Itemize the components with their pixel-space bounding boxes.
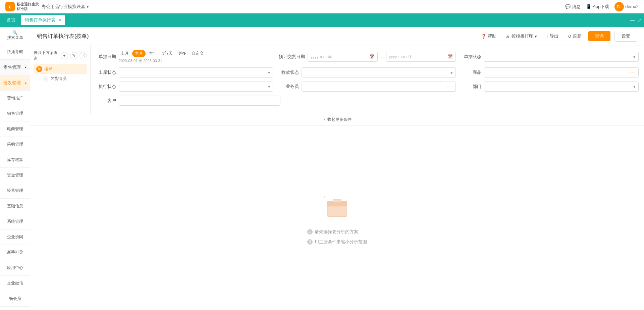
sidebar-item-basic[interactable]: 基础信息: [0, 199, 30, 214]
export-button[interactable]: ↑ 导出: [544, 32, 561, 41]
sidebar-item-wechat[interactable]: 企业微信: [0, 276, 30, 291]
date-tab-custom[interactable]: 自定义: [190, 50, 206, 57]
scheme-item-by-order[interactable]: 单 按单: [34, 64, 87, 74]
svg-text:✦: ✦: [323, 195, 326, 199]
exec-status-label: 执行状态: [96, 84, 116, 90]
dept-select[interactable]: ▾: [484, 82, 639, 92]
date-label: 单据日期: [96, 54, 116, 60]
help-button[interactable]: ❓ 帮助: [478, 32, 499, 41]
filter-row-2: 出库状态 ▾ 收款状态 ▾: [96, 67, 639, 78]
avatar: Ea: [614, 2, 624, 11]
minimize-icon[interactable]: —: [630, 17, 635, 23]
sidebar-item-inventory[interactable]: 库存核算: [0, 152, 30, 168]
scheme-icon: 单: [36, 66, 42, 72]
sidebar-item-operations[interactable]: 经营管理: [0, 183, 30, 199]
tab-close-icon[interactable]: ×: [59, 18, 61, 22]
filter-scheme-title: 按以下方案查询 + ✎ 《: [34, 50, 87, 61]
sidebar-item-retail[interactable]: 零售管理 ▾: [0, 60, 30, 75]
customer-label: 客户: [96, 98, 116, 104]
filter-panel: 按以下方案查询 + ✎ 《 单 按单 ⊙ 欠货情况: [30, 46, 644, 125]
scheme-sub-backorder[interactable]: ⊙ 欠货情况: [34, 74, 87, 83]
sidebar-item-sales[interactable]: 销售管理: [0, 106, 30, 121]
filter-out-status: 出库状态 ▾: [96, 67, 273, 78]
sidebar-item-enterprise[interactable]: 企业协同: [0, 229, 30, 245]
edit-scheme-button[interactable]: ✎: [70, 52, 77, 59]
salesperson-select[interactable]: ···: [302, 82, 456, 92]
content-area: 销售订单执行表(按单) ❓ 帮助 🖨 按模板打印 ▾ ↑ 导出 ↺ 刷新: [30, 27, 644, 310]
settings-button[interactable]: 设置: [614, 31, 637, 42]
svg-text:✦: ✦: [347, 194, 349, 198]
logo-text: 畅捷通好生意 标准版: [17, 2, 39, 11]
maximize-icon[interactable]: ⤢: [637, 17, 641, 23]
refresh-icon: ↺: [568, 34, 572, 39]
tab-sales-order-exec[interactable]: 销售订单执行表 ×: [21, 15, 65, 25]
sidebar-item-ecom[interactable]: 电商管理: [0, 121, 30, 137]
tab-bar: 首页 销售订单执行表 × — ⤢: [0, 13, 644, 27]
dept-label: 部门: [461, 84, 481, 90]
add-scheme-button[interactable]: +: [61, 52, 68, 59]
date-tab-current-year[interactable]: 本年: [147, 50, 159, 57]
out-status-select[interactable]: ▾: [119, 67, 273, 78]
filter-receipt-status: 收款状态 ▾: [279, 67, 456, 78]
svg-rect-5: [333, 199, 341, 202]
refresh-button[interactable]: ↺ 刷新: [565, 32, 584, 41]
page-header-actions: ❓ 帮助 🖨 按模板打印 ▾ ↑ 导出 ↺ 刷新 查询 设置: [478, 31, 638, 42]
collapse-scheme-button[interactable]: 《: [79, 52, 87, 59]
breadcrumb[interactable]: 办公用品行业模拟账套 ▾: [42, 4, 89, 10]
print-arrow-icon: ▾: [535, 34, 537, 39]
collapse-bar[interactable]: ∧ 收起更多条件: [30, 114, 644, 125]
expected-date-end[interactable]: yyyy-mm-dd 📅: [386, 52, 456, 62]
chevron-down-icon-3: ▾: [450, 70, 453, 75]
filter-row-3: 执行状态 ▾ 业务员 ···: [96, 82, 639, 92]
more-dots-icon-2[interactable]: ···: [447, 84, 453, 89]
svg-text:✦: ✦: [348, 207, 350, 210]
date-tab-current-month[interactable]: 本月: [132, 50, 146, 57]
expected-date-range: yyyy-mm-dd 📅 — yyyy-mm-dd 📅: [308, 52, 456, 62]
empty-illustration: ✦ ✦ ✦: [320, 189, 354, 222]
sidebar-item-finance[interactable]: 资金管理: [0, 168, 30, 183]
sidebar-item-wholesale[interactable]: 批发管理 ▴: [0, 75, 30, 91]
chevron-down-icon-4: ▾: [268, 84, 270, 89]
query-button[interactable]: 查询: [588, 31, 610, 41]
chevron-up-icon: ▴: [25, 81, 26, 85]
chevron-down-icon: ▾: [633, 54, 636, 59]
date-tab-last-month[interactable]: 上月: [119, 50, 131, 57]
customer-select[interactable]: ···: [119, 96, 280, 106]
sidebar-quick-nav[interactable]: 快捷导航: [0, 44, 30, 60]
sidebar-item-system[interactable]: 系统管理: [0, 214, 30, 229]
more-dots-icon[interactable]: ···: [630, 70, 636, 75]
calendar-icon-2: 📅: [448, 54, 453, 59]
app-download-button[interactable]: 📱 App下载: [586, 4, 609, 10]
receipt-status-select[interactable]: ▾: [302, 67, 456, 78]
sidebar-search[interactable]: 🔍 搜索菜单: [0, 27, 30, 44]
user-profile[interactable]: Ea demo2: [614, 2, 639, 11]
salesperson-label: 业务员: [279, 84, 299, 90]
filter-goods: 商品 ···: [461, 67, 639, 78]
print-button[interactable]: 🖨 按模板打印 ▾: [503, 32, 540, 41]
logo-area[interactable]: 好 畅捷通好生意 标准版: [5, 2, 39, 11]
sidebar-item-appstore[interactable]: 应用中心: [0, 260, 30, 276]
message-button[interactable]: 💬 消息: [565, 4, 581, 10]
empty-text: 1 请先选择要分析的方案 2 用过滤条件来缩小分析范围: [307, 227, 367, 248]
main-layout: 🔍 搜索菜单 快捷导航 零售管理 ▾ 批发管理 ▴ 营销推广 销售管理 电商管理…: [0, 27, 644, 310]
date-tab-more[interactable]: 更多: [176, 50, 188, 57]
sidebar-item-member[interactable]: 畅会员: [0, 291, 30, 307]
more-dots-icon-3[interactable]: ···: [271, 98, 277, 103]
message-icon: 💬: [565, 4, 571, 9]
doc-status-select[interactable]: ▾: [484, 52, 639, 62]
calendar-icon: 📅: [370, 54, 375, 59]
exec-status-select[interactable]: ▾: [119, 82, 273, 92]
date-tab-7days[interactable]: 近7天: [160, 50, 175, 57]
filter-dept: 部门 ▾: [461, 82, 639, 92]
search-icon: 🔍: [12, 30, 17, 35]
tab-home[interactable]: 首页: [3, 15, 19, 25]
logo-icon: 好: [5, 2, 15, 11]
sidebar-item-purchase[interactable]: 采购管理: [0, 137, 30, 152]
filter-scheme-panel: 按以下方案查询 + ✎ 《 单 按单 ⊙ 欠货情况: [30, 46, 91, 114]
date-separator: —: [380, 54, 384, 59]
sidebar-item-newbie[interactable]: 新手引导: [0, 245, 30, 260]
expected-date-start[interactable]: yyyy-mm-dd 📅: [308, 52, 378, 62]
chevron-down-icon: ▾: [25, 65, 26, 69]
goods-select[interactable]: ···: [484, 67, 639, 78]
sidebar-item-marketing[interactable]: 营销推广: [0, 91, 30, 106]
